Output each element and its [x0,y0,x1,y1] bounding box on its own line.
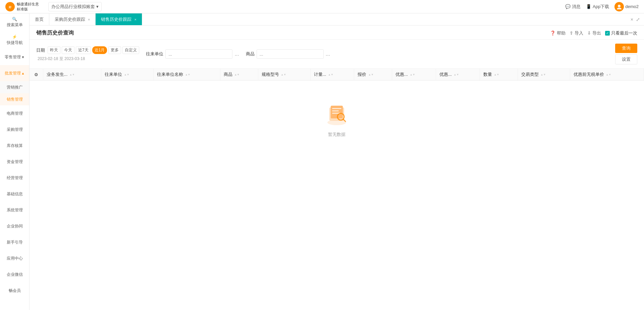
col-tax-price[interactable]: 优惠前无税单价 ▲▼ [570,69,644,81]
sidebar-item-marketing[interactable]: 营销推广 [0,81,29,93]
col-discount2[interactable]: 优惠... ▲▼ [436,69,480,81]
data-table: ⚙ 业务发生... ▲▼ 往来单位 ▲▼ 往来单位名称 [30,69,644,81]
sidebar-item-purchase[interactable]: 采购管理 [0,121,29,138]
col-discount1[interactable]: 优惠... ▲▼ [392,69,436,81]
filter-buttons: 查询 设置 [615,44,637,64]
only-last-checkbox-label[interactable]: ✓ 只看最后一次 [605,30,637,36]
tab-close-sales[interactable]: × [134,17,136,21]
sidebar-item-guide[interactable]: 新手引导 [0,234,29,250]
empty-state-text: 暂无数据 [328,132,345,138]
tab-sales-track[interactable]: 销售历史价跟踪 × [96,13,142,25]
date-filter-top: 日期 昨天 今天 近7天 近1月 更多 自定义 [36,46,139,54]
partner-input[interactable] [165,49,232,59]
date-filter-group: 日期 昨天 今天 近7天 近1月 更多 自定义 2023-02-18 至 202… [36,46,139,62]
svg-rect-5 [331,106,343,118]
sort-icon: ▲▼ [454,73,459,76]
sort-icon: ▲▼ [368,73,374,76]
tab-home[interactable]: 首页 [30,13,49,25]
top-header: 好 畅捷通好生意 标准版 办公用品行业模拟账套 ▾ 💬 消息 📱 App下载 [0,0,644,13]
sort-icon: ▲▼ [410,73,415,76]
sort-icon: ▲▼ [541,73,546,76]
query-button[interactable]: 查询 [615,44,637,53]
date-btn-7days[interactable]: 近7天 [76,46,91,54]
sidebar-item-finance[interactable]: 资金管理 [0,154,29,170]
message-button[interactable]: 💬 消息 [565,4,581,10]
svg-text:好: 好 [8,6,12,9]
product-input[interactable] [257,49,324,59]
date-btn-custom[interactable]: 自定义 [122,46,139,54]
workspace-selector[interactable]: 办公用品行业模拟账套 ▾ [48,2,102,11]
col-settings[interactable]: ⚙ [30,69,43,81]
import-button[interactable]: ⇧ 导入 [570,30,583,36]
filter-area: 日期 昨天 今天 近7天 近1月 更多 自定义 2023-02-18 至 202… [30,40,644,69]
sidebar-item-ecommerce[interactable]: 电商管理 [0,105,29,121]
header-right: 💬 消息 📱 App下载 demo2 [565,2,639,11]
sidebar-item-quick-nav[interactable]: ⚡ 快捷导航 [0,31,29,49]
date-btn-more[interactable]: 更多 [108,46,121,54]
sidebar-item-wholesale[interactable]: 批发管理 ▲ [0,65,29,81]
partner-filter-label: 往来单位 [146,51,163,57]
sidebar-item-wechat[interactable]: 企业微信 [0,266,29,282]
logo-text: 畅捷通好生意 标准版 [17,2,39,11]
sidebar-item-retail[interactable]: 零售管理 ▼ [0,49,29,65]
sidebar-item-search[interactable]: 🔍 搜索菜单 [0,13,29,31]
phone-icon: 📱 [586,4,591,9]
col-product[interactable]: 商品 ▲▼ [220,69,258,81]
page-actions: ❓ 帮助 ⇧ 导入 ⇩ 导出 ✓ 只看最后一次 [550,30,637,36]
sidebar-item-basic[interactable]: 基础信息 [0,186,29,202]
tab-maximize-button[interactable]: ⤢ [636,17,640,22]
sidebar-item-enterprise[interactable]: 企业协同 [0,218,29,234]
partner-dots-button[interactable]: ... [234,51,239,57]
page-title: 销售历史价查询 [36,30,74,37]
sidebar: 🔍 搜索菜单 ⚡ 快捷导航 零售管理 ▼ 批发管理 ▲ 营销推广 销售管理 电商… [0,13,30,310]
logo-icon: 好 [5,2,15,11]
chevron-up-icon: ▲ [21,71,25,75]
col-trade-type[interactable]: 交易类型 ▲▼ [518,69,570,81]
settings-button[interactable]: 设置 [615,54,637,64]
sidebar-item-sales[interactable]: 销售管理 [0,93,29,105]
user-profile[interactable]: demo2 [614,2,639,11]
date-range-text: 2023-02-18 至 2023-03-18 [38,56,85,62]
date-btn-1month[interactable]: 近1月 [92,46,107,54]
col-price[interactable]: 报价 ▲▼ [354,69,392,81]
col-partner-name[interactable]: 往来单位名称 ▲▼ [154,69,220,81]
table-header-row: ⚙ 业务发生... ▲▼ 往来单位 ▲▼ 往来单位名称 [30,69,644,81]
app-download-button[interactable]: 📱 App下载 [586,4,609,10]
tab-purchase-track[interactable]: 采购历史价跟踪 × [49,13,96,25]
svg-rect-6 [332,108,341,109]
avatar [614,2,624,11]
product-filter-label: 商品 [246,51,255,57]
date-btn-today[interactable]: 今天 [62,46,74,54]
sidebar-item-inventory[interactable]: 库存核算 [0,138,29,154]
col-quantity[interactable]: 数量 ▲▼ [480,69,518,81]
partner-filter-group: 往来单位 ... [146,49,239,59]
col-spec[interactable]: 规格型号 ▲▼ [258,69,310,81]
col-partner-code[interactable]: 往来单位 ▲▼ [101,69,154,81]
date-range-row: 2023-02-18 至 2023-03-18 [36,56,139,62]
date-btn-yesterday[interactable]: 昨天 [48,46,60,54]
col-unit[interactable]: 计量... ▲▼ [310,69,354,81]
tab-bar-actions: × ⤢ [631,17,644,22]
chevron-down-icon: ▼ [21,55,25,59]
sidebar-item-operations[interactable]: 经营管理 [0,170,29,186]
sidebar-item-system[interactable]: 系统管理 [0,202,29,218]
sort-icon: ▲▼ [185,73,191,76]
col-biz-date[interactable]: 业务发生... ▲▼ [43,69,101,81]
sidebar-item-member[interactable]: 畅会员 [0,282,29,299]
sort-icon: ▲▼ [606,73,611,76]
chevron-down-icon: ▾ [96,4,99,9]
sort-icon: ▲▼ [124,73,129,76]
search-icon: 🔍 [12,17,17,21]
tab-close-purchase[interactable]: × [88,17,90,21]
help-button[interactable]: ❓ 帮助 [550,30,566,36]
empty-icon [323,101,350,127]
sort-icon: ▲▼ [494,73,499,76]
export-button[interactable]: ⇩ 导出 [587,30,601,36]
checkbox-checked-icon: ✓ [605,31,610,36]
import-icon: ⇧ [570,31,573,36]
product-dots-button[interactable]: ... [326,51,330,57]
tab-close-all-button[interactable]: × [631,17,633,22]
sidebar-item-appstore[interactable]: 应用中心 [0,250,29,266]
date-buttons: 昨天 今天 近7天 近1月 更多 自定义 [48,46,139,54]
export-icon: ⇩ [587,31,591,36]
